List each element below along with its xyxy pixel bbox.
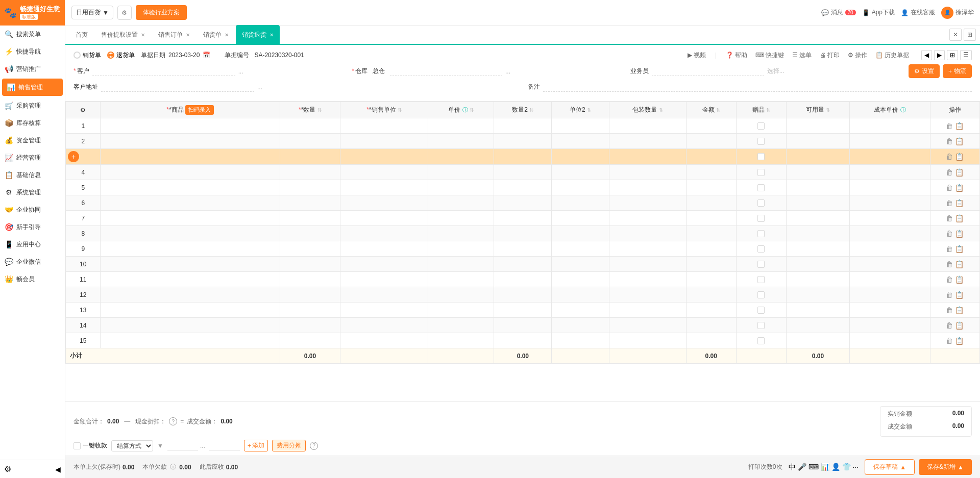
gift-cell-13[interactable] — [736, 303, 786, 318]
copy-icon-2[interactable]: 📋 — [955, 137, 964, 145]
unit2-sort-icon[interactable]: ⇅ — [587, 107, 591, 113]
pack-cell-10[interactable] — [609, 257, 686, 272]
unit2-cell-7[interactable] — [552, 211, 609, 226]
amount-cell-4[interactable] — [686, 165, 736, 180]
add-payment-btn[interactable]: + 添加 — [244, 440, 268, 451]
qty2-cell-11[interactable] — [494, 272, 552, 287]
sidebar-item-shortcut-nav[interactable]: ⚡ 快捷导航 — [0, 43, 65, 60]
product-cell-2[interactable] — [101, 134, 280, 149]
gift-checkbox-8[interactable] — [757, 230, 765, 237]
tab-close-sales-order[interactable]: ✕ — [186, 32, 190, 38]
unit2-cell-4[interactable] — [552, 165, 609, 180]
delete-icon-4[interactable]: 🗑 — [946, 168, 953, 177]
price-cell-2[interactable] — [428, 134, 494, 149]
qty-sort-icon[interactable]: ⇅ — [317, 107, 322, 113]
gift-checkbox-15[interactable] — [757, 337, 765, 344]
cost-info-icon[interactable]: ⓘ — [900, 107, 906, 113]
copy-icon-15[interactable]: 📋 — [955, 337, 964, 345]
unit-cell-13[interactable] — [340, 303, 428, 318]
unit2-cell-11[interactable] — [552, 272, 609, 287]
pack-cell-6[interactable] — [609, 195, 686, 211]
sidebar-item-basic-info[interactable]: 📋 基础信息 — [0, 166, 65, 184]
delete-icon-7[interactable]: 🗑 — [946, 214, 953, 222]
qty-cell-12[interactable] — [280, 287, 340, 303]
qty2-sort-icon[interactable]: ⇅ — [529, 107, 533, 113]
cost-cell-4[interactable] — [850, 165, 930, 180]
gift-cell-8[interactable] — [736, 226, 786, 241]
settlement-select[interactable]: 结算方式 — [111, 440, 153, 451]
qty-cell-3[interactable] — [280, 149, 340, 165]
trial-btn[interactable]: 体验行业方案 — [136, 5, 187, 20]
gift-cell-10[interactable] — [736, 257, 786, 272]
amount-cell-12[interactable] — [686, 287, 736, 303]
unit-cell-4[interactable] — [340, 165, 428, 180]
sidebar-item-marketing[interactable]: 📢 营销推广 — [0, 60, 65, 78]
delete-icon-6[interactable]: 🗑 — [946, 199, 953, 207]
price-cell-4[interactable] — [428, 165, 494, 180]
available-cell-8[interactable] — [786, 226, 849, 241]
payment-amount-input[interactable] — [209, 441, 240, 450]
tab-sales-delivery[interactable]: 销货单 ✕ — [197, 25, 235, 44]
cost-cell-7[interactable] — [850, 211, 930, 226]
gift-checkbox-1[interactable] — [757, 122, 765, 130]
pack-cell-5[interactable] — [609, 180, 686, 195]
copy-icon-6[interactable]: 📋 — [955, 199, 964, 207]
collapse-icon[interactable]: ◀ — [55, 465, 61, 473]
sidebar-item-member[interactable]: 👑 畅会员 — [0, 270, 65, 288]
gift-cell-3[interactable] — [736, 149, 786, 165]
gift-cell-7[interactable] — [736, 211, 786, 226]
price-cell-12[interactable] — [428, 287, 494, 303]
pack-cell-11[interactable] — [609, 272, 686, 287]
gift-checkbox-5[interactable] — [757, 184, 765, 191]
qty2-cell-12[interactable] — [494, 287, 552, 303]
price-cell-14[interactable] — [428, 318, 494, 333]
qty2-cell-5[interactable] — [494, 180, 552, 195]
col-gear[interactable]: ⚙ — [66, 102, 101, 118]
qty-cell-1[interactable] — [280, 118, 340, 134]
product-cell-8[interactable] — [101, 226, 280, 241]
available-sort-icon[interactable]: ⇅ — [826, 107, 830, 113]
product-cell-10[interactable] — [101, 257, 280, 272]
cost-cell-14[interactable] — [850, 318, 930, 333]
pack-cell-8[interactable] — [609, 226, 686, 241]
customer-input[interactable] — [92, 66, 235, 76]
available-cell-1[interactable] — [786, 118, 849, 134]
price-cell-5[interactable] — [428, 180, 494, 195]
price-cell-9[interactable] — [428, 241, 494, 257]
unit2-cell-12[interactable] — [552, 287, 609, 303]
pack-cell-7[interactable] — [609, 211, 686, 226]
salesperson-input[interactable] — [652, 66, 764, 76]
cost-cell-2[interactable] — [850, 134, 930, 149]
gift-checkbox-4[interactable] — [757, 169, 765, 176]
qty2-cell-13[interactable] — [494, 303, 552, 318]
delete-icon-1[interactable]: 🗑 — [946, 122, 953, 130]
cost-cell-9[interactable] — [850, 241, 930, 257]
unit-cell-14[interactable] — [340, 318, 428, 333]
save-draft-btn[interactable]: 保存草稿 ▲ — [865, 459, 915, 475]
copy-icon-14[interactable]: 📋 — [955, 321, 964, 330]
toolbar-select[interactable]: ☰ 选单 — [792, 51, 812, 60]
pack-cell-9[interactable] — [609, 241, 686, 257]
amount-cell-1[interactable] — [686, 118, 736, 134]
unit-cell-1[interactable] — [340, 118, 428, 134]
available-cell-6[interactable] — [786, 195, 849, 211]
gift-checkbox-9[interactable] — [757, 245, 765, 253]
calendar-icon[interactable]: 📅 — [203, 52, 210, 59]
available-cell-3[interactable] — [786, 149, 849, 165]
pack-cell-4[interactable] — [609, 165, 686, 180]
price-cell-11[interactable] — [428, 272, 494, 287]
amount-cell-14[interactable] — [686, 318, 736, 333]
sidebar-item-enterprise-wechat[interactable]: 💬 企业微信 — [0, 253, 65, 270]
cost-cell-5[interactable] — [850, 180, 930, 195]
scan-input-btn[interactable]: 扫码录入 — [185, 105, 214, 115]
qty-cell-8[interactable] — [280, 226, 340, 241]
delete-icon-10[interactable]: 🗑 — [946, 260, 953, 268]
price-cell-10[interactable] — [428, 257, 494, 272]
product-cell-6[interactable] — [101, 195, 280, 211]
warehouse-input[interactable] — [390, 66, 502, 76]
pack-cell-2[interactable] — [609, 134, 686, 149]
qty2-cell-15[interactable] — [494, 333, 552, 348]
sidebar-item-operations[interactable]: 📈 经营管理 — [0, 149, 65, 166]
one-key-checkbox[interactable] — [74, 442, 81, 449]
qty-cell-7[interactable] — [280, 211, 340, 226]
